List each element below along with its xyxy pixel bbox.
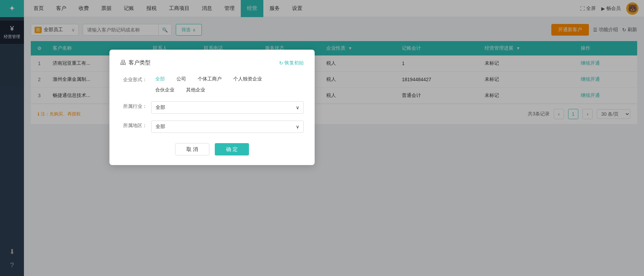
confirm-button[interactable]: 确 定: [215, 143, 249, 155]
filter-dialog: 品 客户类型 ↻ 恢复初始 企业形式： 全部 公司 个体工商户 个人独资企业 合…: [109, 50, 315, 165]
type-individual-business-button[interactable]: 个体工商户: [194, 75, 226, 84]
type-all-button[interactable]: 全部: [151, 75, 169, 84]
industry-dropdown-icon: ∨: [296, 105, 299, 110]
industry-label: 所属行业：: [120, 101, 151, 110]
filter-overlay: 品 客户类型 ↻ 恢复初始 企业形式： 全部 公司 个体工商户 个人独资企业 合…: [0, 0, 644, 276]
region-row: 所属地区： 全部 ∨: [120, 121, 304, 133]
reset-icon: ↻: [279, 60, 283, 66]
filter-dialog-footer: 取 消 确 定: [120, 143, 304, 155]
type-partnership-button[interactable]: 合伙企业: [151, 86, 179, 95]
industry-select[interactable]: 全部 ∨: [151, 101, 304, 114]
type-other-button[interactable]: 其他企业: [182, 86, 209, 95]
customer-type-icon: 品: [120, 59, 126, 66]
region-dropdown-icon: ∨: [296, 124, 299, 129]
industry-row: 所属行业： 全部 ∨: [120, 101, 304, 114]
reset-button[interactable]: ↻ 恢复初始: [279, 60, 304, 66]
filter-dialog-title: 品 客户类型: [120, 59, 150, 66]
type-company-button[interactable]: 公司: [172, 75, 190, 84]
enterprise-types: 全部 公司 个体工商户 个人独资企业: [151, 75, 304, 84]
type-sole-proprietorship-button[interactable]: 个人独资企业: [229, 75, 266, 84]
filter-dialog-header: 品 客户类型 ↻ 恢复初始: [120, 59, 304, 66]
region-select-container: 全部 ∨: [151, 121, 304, 133]
region-label: 所属地区：: [120, 121, 151, 129]
industry-select-container: 全部 ∨: [151, 101, 304, 114]
enterprise-form-row: 企业形式： 全部 公司 个体工商户 个人独资企业 合伙企业 其他企业: [120, 75, 304, 95]
region-select[interactable]: 全部 ∨: [151, 121, 304, 133]
enterprise-types-row2: 合伙企业 其他企业: [151, 86, 304, 95]
enterprise-types-container: 全部 公司 个体工商户 个人独资企业 合伙企业 其他企业: [151, 75, 304, 95]
enterprise-form-label: 企业形式：: [120, 75, 151, 83]
cancel-button[interactable]: 取 消: [175, 143, 209, 155]
